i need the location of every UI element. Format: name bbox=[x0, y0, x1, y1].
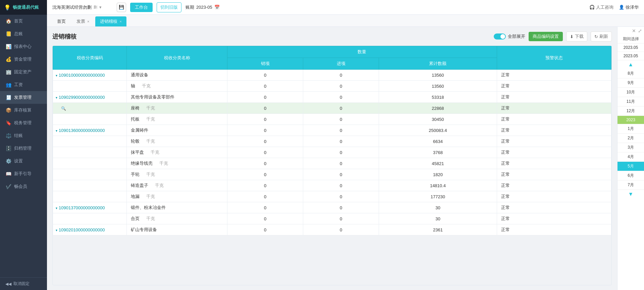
tab-home[interactable]: 首页 bbox=[52, 16, 70, 26]
period-up-nav[interactable]: ▲ bbox=[618, 60, 644, 69]
tab-reconcile[interactable]: 进销稽核 × bbox=[95, 16, 126, 26]
cell-unit: 千克 bbox=[146, 194, 155, 199]
sidebar-item-payroll[interactable]: 👥 工资 bbox=[0, 78, 47, 91]
cell-code bbox=[53, 136, 127, 147]
period-10[interactable]: 10月 bbox=[618, 88, 644, 97]
table-row[interactable]: ▾1090136000000000000 金属铸件 0 0 250083.4 正… bbox=[53, 125, 611, 136]
period-8[interactable]: 8月 bbox=[618, 69, 644, 78]
cell-status: 正常 bbox=[497, 169, 611, 180]
guide-icon: 📖 bbox=[5, 171, 11, 176]
page-header: 进销稽核 全部展开 商品编码设置 ⬇ 下载 ↻ 刷新 bbox=[52, 31, 612, 42]
period-down-nav[interactable]: ▼ bbox=[618, 190, 644, 199]
sidebar-item-reports[interactable]: 📊 报表中心 bbox=[0, 40, 47, 53]
cell-sale: 0 bbox=[227, 147, 303, 158]
table-row[interactable]: 抹平盘 千克 0 0 3768 正常 bbox=[53, 147, 611, 158]
period-4[interactable]: 4月 bbox=[618, 152, 644, 162]
period-expand-icon[interactable]: ⤢ bbox=[638, 28, 642, 33]
cell-purchase: 0 bbox=[303, 191, 379, 202]
sidebar-item-invoices[interactable]: 🧾 发票管理 bbox=[0, 91, 47, 104]
sidebar-item-settings[interactable]: ⚙️ 设置 bbox=[0, 155, 47, 167]
period-11[interactable]: 11月 bbox=[618, 97, 644, 106]
tab-invoice[interactable]: 发票 × bbox=[72, 16, 94, 26]
sidebar-item-ledger[interactable]: 📒 总账 bbox=[0, 27, 47, 40]
period-2[interactable]: 2月 bbox=[618, 134, 644, 143]
period-9[interactable]: 9月 bbox=[618, 78, 644, 88]
cell-unit: 千克 bbox=[159, 161, 168, 166]
table-row[interactable]: ▾1090201000000000000 矿山专用设备 0 0 2361 正常 bbox=[53, 224, 611, 235]
header-purchase: 进项 bbox=[303, 58, 379, 70]
cell-sale: 0 bbox=[227, 202, 303, 213]
cell-unit: 千克 bbox=[146, 105, 155, 111]
table-row[interactable]: ▾1090100000000000000 通用设备 0 0 13560 正常 bbox=[53, 70, 611, 81]
cell-purchase: 0 bbox=[303, 158, 379, 169]
sidebar-item-assets[interactable]: 🏢 固定资产 bbox=[0, 66, 47, 78]
company-selector[interactable]: 沈海英测试经营勿删 删 ▾ bbox=[52, 4, 113, 10]
sidebar-item-inventory[interactable]: 📦 库存核算 bbox=[0, 104, 47, 117]
save-button[interactable]: 💾 bbox=[117, 3, 126, 12]
sidebar-unpin[interactable]: ◀◀ 取消固定 bbox=[0, 277, 47, 290]
period-3[interactable]: 3月 bbox=[618, 143, 644, 152]
period-7[interactable]: 7月 bbox=[618, 180, 644, 190]
sidebar-item-label: 税务管理 bbox=[14, 120, 32, 126]
sidebar-item-funds[interactable]: 💰 资金管理 bbox=[0, 53, 47, 66]
cell-name: 轮毂 千克 bbox=[127, 136, 227, 147]
period-5[interactable]: 5月 bbox=[618, 162, 644, 171]
archive-icon: 🗄️ bbox=[5, 146, 11, 151]
tab-invoice-label: 发票 bbox=[76, 18, 85, 24]
table-row[interactable]: ▾1090299000000000000 其他专用设备及零部件 0 0 5331… bbox=[53, 92, 611, 103]
period-item-2023-05-2[interactable]: 2023.05 bbox=[618, 52, 644, 60]
save-icon: 💾 bbox=[119, 5, 124, 10]
cell-name: 座椅 千克 bbox=[127, 103, 227, 114]
page-actions: 全部展开 商品编码设置 ⬇ 下载 ↻ 刷新 bbox=[494, 31, 612, 42]
cell-sale: 0 bbox=[227, 169, 303, 180]
sidebar-item-label: 归档管理 bbox=[14, 145, 32, 151]
cell-status: 正常 bbox=[497, 213, 611, 224]
cell-purchase: 0 bbox=[303, 92, 379, 103]
table-row[interactable]: 铸造盖子 千克 0 0 14810.4 正常 bbox=[53, 180, 611, 191]
period-1[interactable]: 1月 bbox=[618, 124, 644, 134]
settings-icon: ⚙️ bbox=[5, 158, 11, 164]
support-button[interactable]: 🎧 人工咨询 bbox=[589, 4, 613, 10]
cell-total: 14810.4 bbox=[379, 180, 497, 191]
workbench-button[interactable]: 工作台 bbox=[130, 3, 153, 12]
cell-total: 250083.4 bbox=[379, 125, 497, 136]
cell-unit: 千克 bbox=[155, 183, 164, 188]
calendar-icon[interactable]: 📅 bbox=[214, 5, 220, 10]
cell-sale: 0 bbox=[227, 114, 303, 125]
table-row[interactable]: 合页 千克 0 0 30 正常 bbox=[53, 213, 611, 224]
table-row[interactable]: 地漏 千克 0 0 177230 正常 bbox=[53, 191, 611, 202]
period-6[interactable]: 6月 bbox=[618, 171, 644, 180]
product-code-btn[interactable]: 商品编码设置 bbox=[529, 32, 563, 41]
period-close-icon[interactable]: ✕ bbox=[632, 28, 636, 33]
refresh-icon: ↻ bbox=[594, 34, 598, 39]
sidebar-item-tax[interactable]: 🔖 税务管理 bbox=[0, 117, 47, 129]
user-info[interactable]: 👤 徐泽华 bbox=[619, 4, 639, 10]
table-row[interactable]: 托板 千克 0 0 30450 正常 bbox=[53, 114, 611, 125]
cell-sale: 0 bbox=[227, 125, 303, 136]
tab-reconcile-close[interactable]: × bbox=[119, 19, 121, 23]
period-12[interactable]: 12月 bbox=[618, 106, 644, 116]
refresh-btn[interactable]: ↻ 刷新 bbox=[591, 31, 612, 42]
sidebar-item-archive[interactable]: 🗄️ 归档管理 bbox=[0, 142, 47, 155]
table-row[interactable]: 手轮 千克 0 0 1820 正常 bbox=[53, 169, 611, 180]
sidebar-item-guide[interactable]: 📖 新手引导 bbox=[0, 167, 47, 180]
support-label: 人工咨询 bbox=[596, 4, 613, 10]
tab-invoice-close[interactable]: × bbox=[87, 19, 89, 23]
table-row[interactable]: 轴 千克 0 0 13560 正常 bbox=[53, 81, 611, 92]
table-row[interactable]: 绝缘导线壳 千克 0 0 45821 正常 bbox=[53, 158, 611, 169]
cell-code bbox=[53, 169, 127, 180]
sidebar-item-home[interactable]: 🏠 首页 bbox=[0, 15, 47, 27]
toggle-all-switch[interactable] bbox=[494, 33, 506, 40]
table-row[interactable]: ▾1090137000000000000 锻件、粉末冶金件 0 0 30 正常 bbox=[53, 202, 611, 213]
table-row[interactable]: 轮毂 千克 0 0 6634 正常 bbox=[53, 136, 611, 147]
download-btn[interactable]: ⬇ 下载 bbox=[566, 31, 587, 42]
period-panel-title: 期间选择 bbox=[618, 35, 644, 44]
table-row[interactable]: 🔍 座椅 千克 0 0 22868 正常 bbox=[53, 103, 611, 114]
sidebar-item-label: 发票管理 bbox=[14, 94, 32, 100]
cell-sale: 0 bbox=[227, 81, 303, 92]
period-item-2023-05-1[interactable]: 2023.05 bbox=[618, 44, 644, 52]
sidebar-item-settlement[interactable]: ⚖️ 结账 bbox=[0, 129, 47, 142]
cell-code: 🔍 bbox=[53, 103, 127, 114]
old-version-button[interactable]: 切到旧版 bbox=[157, 2, 181, 12]
sidebar-item-member[interactable]: ✔️ 畅会员 bbox=[0, 180, 47, 193]
